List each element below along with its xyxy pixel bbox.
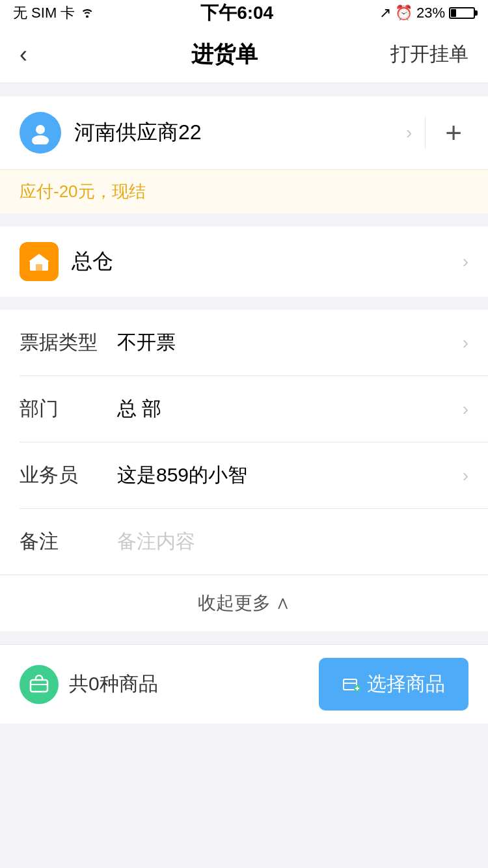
remark-label: 备注: [20, 528, 111, 555]
salesperson-row[interactable]: 业务员 这是859的小智 ›: [0, 442, 488, 508]
department-label: 部门: [20, 396, 111, 422]
payment-notice: 应付-20元，现结: [0, 169, 488, 213]
invoice-type-value: 不开票: [111, 329, 456, 356]
product-count-area: 共0种商品: [20, 665, 158, 704]
status-right: ↗ ⏰ 23%: [379, 5, 475, 21]
page-title: 进货单: [191, 40, 258, 70]
section-gap-2: [0, 213, 488, 226]
select-product-button[interactable]: 选择商品: [319, 658, 468, 711]
product-icon: [20, 665, 59, 704]
battery-icon: [449, 7, 475, 19]
bottom-bar: 共0种商品 选择商品: [0, 644, 488, 724]
warehouse-row[interactable]: 总仓 ›: [0, 226, 488, 297]
no-sim-text: 无 SIM 卡: [13, 3, 75, 23]
status-bar: 无 SIM 卡 下午6:04 ↗ ⏰ 23%: [0, 0, 488, 26]
warehouse-icon: [20, 242, 59, 281]
svg-point-1: [32, 135, 49, 144]
back-button[interactable]: ‹: [20, 41, 59, 68]
location-icon: ↗: [379, 5, 391, 21]
department-row[interactable]: 部门 总 部 ›: [0, 376, 488, 442]
svg-rect-5: [31, 680, 47, 692]
remark-input[interactable]: 备注内容: [111, 528, 468, 555]
salesperson-value: 这是859的小智: [111, 462, 456, 489]
salesperson-label: 业务员: [20, 462, 111, 489]
battery-percent: 23%: [416, 5, 445, 21]
alarm-icon: ⏰: [395, 5, 413, 21]
svg-rect-4: [36, 264, 42, 271]
supplier-chevron-icon: ›: [406, 122, 412, 143]
wifi-icon: [80, 5, 94, 21]
svg-point-0: [36, 125, 45, 134]
form-section: 票据类型 不开票 › 部门 总 部 › 业务员 这是859的小智 › 备注 备注…: [0, 310, 488, 631]
supplier-row[interactable]: 河南供应商22 › +: [0, 96, 488, 169]
status-time: 下午6:04: [200, 1, 273, 25]
salesperson-chevron-icon: ›: [463, 465, 468, 486]
warehouse-chevron-icon: ›: [463, 251, 468, 272]
product-count-text: 共0种商品: [69, 671, 158, 698]
section-gap-1: [0, 83, 488, 96]
department-value: 总 部: [111, 396, 456, 422]
section-gap-3: [0, 297, 488, 310]
supplier-avatar: [20, 112, 61, 154]
add-supplier-button[interactable]: +: [439, 116, 468, 149]
warehouse-section: 总仓 ›: [0, 226, 488, 297]
select-product-label: 选择商品: [367, 671, 445, 698]
supplier-section: 河南供应商22 › + 应付-20元，现结: [0, 96, 488, 213]
collapse-row: 收起更多 ∧: [0, 575, 488, 631]
department-chevron-icon: ›: [463, 399, 468, 420]
invoice-type-chevron-icon: ›: [463, 332, 468, 353]
svg-marker-3: [29, 254, 49, 262]
open-pending-button[interactable]: 打开挂单: [390, 41, 468, 68]
nav-bar: ‹ 进货单 打开挂单: [0, 26, 488, 83]
collapse-button[interactable]: 收起更多 ∧: [198, 591, 291, 616]
supplier-name: 河南供应商22: [74, 118, 400, 147]
supplier-divider: [425, 116, 426, 149]
invoice-type-label: 票据类型: [20, 329, 111, 356]
remark-row[interactable]: 备注 备注内容: [0, 509, 488, 575]
status-left: 无 SIM 卡: [13, 3, 94, 23]
invoice-type-row[interactable]: 票据类型 不开票 ›: [0, 310, 488, 375]
warehouse-name: 总仓: [72, 247, 456, 276]
